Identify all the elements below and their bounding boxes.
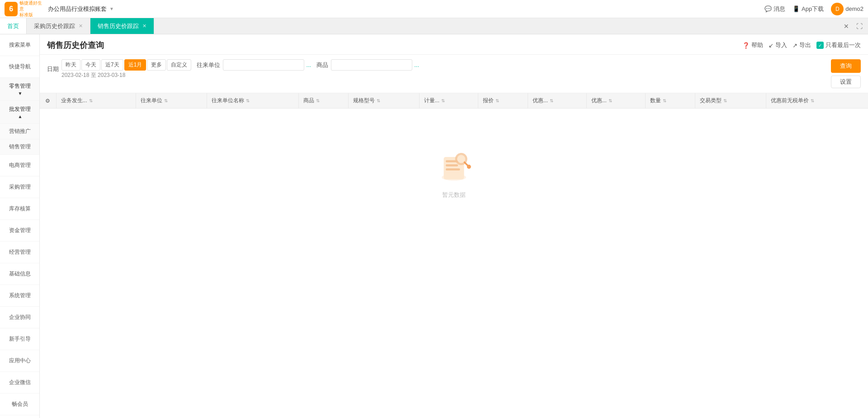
svg-rect-3 — [446, 164, 458, 166]
filter-row: 日期 昨天 今天 近7天 近1月 更多 自定义 2023-02-18 至 202… — [47, 59, 861, 88]
help-icon: ❓ — [742, 42, 750, 49]
chevron-up-icon: ▲ — [18, 114, 23, 119]
sidebar-item-enterprise-collab[interactable]: 企业协同 — [0, 307, 39, 328]
product-filter-group: 商品 ... — [316, 59, 419, 71]
sidebar-item-retail-mgmt[interactable]: 零售管理 ▼ — [0, 78, 39, 101]
date-btn-last7[interactable]: 近7天 — [101, 59, 123, 71]
user-menu[interactable]: D demo2 — [831, 3, 863, 15]
app-download-btn[interactable]: 📱 App下载 — [793, 5, 824, 13]
tab-sales-history-label: 销售历史价跟踪 — [98, 22, 139, 30]
date-btn-last1month[interactable]: 近1月 — [124, 59, 146, 71]
product-input[interactable] — [331, 59, 412, 71]
date-btn-today[interactable]: 今天 — [81, 59, 100, 71]
sidebar-item-ecommerce-mgmt[interactable]: 电商管理 — [0, 155, 39, 176]
product-ellipsis-btn[interactable]: ... — [414, 62, 419, 68]
sidebar-item-new-guide[interactable]: 新手引导 — [0, 328, 39, 350]
sidebar-item-basic-info[interactable]: 基础信息 — [0, 263, 39, 285]
table-col-quote[interactable]: 报价 ⇅ — [478, 93, 528, 109]
sidebar-item-finance-mgmt[interactable]: 资金管理 — [0, 220, 39, 242]
tab-purchase-history[interactable]: 采购历史价跟踪 ✕ — [27, 18, 90, 34]
import-icon: ↙ — [769, 42, 774, 49]
expand-btn[interactable]: ⛶ — [854, 22, 864, 31]
gear-icon[interactable]: ⚙ — [45, 98, 50, 104]
page-actions: ❓ 帮助 ↙ 导入 ↗ 导出 ✓ 只看最后一次 — [742, 41, 861, 49]
sort-icon: ⇅ — [164, 98, 168, 103]
chevron-down-icon: ▼ — [109, 6, 114, 11]
settings-button[interactable]: 设置 — [831, 76, 861, 88]
sidebar-item-system-mgmt[interactable]: 系统管理 — [0, 285, 39, 307]
partner-input-wrap: ... — [223, 59, 311, 71]
tab-sales-history[interactable]: 销售历史价跟踪 ✕ — [90, 18, 154, 34]
table-container: ⚙ 业务发生... ⇅ 往来单位 ⇅ — [40, 93, 868, 418]
table-col-partner-name[interactable]: 往来单位名称 ⇅ — [207, 93, 298, 109]
date-filter-group: 日期 昨天 今天 近7天 近1月 更多 自定义 2023-02-18 至 202… — [47, 59, 191, 79]
table-col-quantity[interactable]: 数量 ⇅ — [645, 93, 695, 109]
table-col-discount1[interactable]: 优惠... ⇅ — [528, 93, 587, 109]
page-header: 销售历史价查询 ❓ 帮助 ↙ 导入 ↗ 导出 ✓ 只看最后一次 — [40, 34, 868, 55]
app-logo-icon: 6 — [5, 2, 18, 16]
partner-ellipsis-btn[interactable]: ... — [306, 62, 311, 68]
sidebar-item-app-center[interactable]: 应用中心 — [0, 350, 39, 372]
table-col-product[interactable]: 商品 ⇅ — [298, 93, 348, 109]
tab-purchase-history-close[interactable]: ✕ — [79, 23, 83, 29]
sort-icon: ⇅ — [441, 98, 445, 103]
table-col-trade-type[interactable]: 交易类型 ⇅ — [695, 93, 766, 109]
table-col-discount2[interactable]: 优惠... ⇅ — [586, 93, 645, 109]
message-btn[interactable]: 💬 消息 — [764, 5, 785, 13]
content-area: 销售历史价查询 ❓ 帮助 ↙ 导入 ↗ 导出 ✓ 只看最后一次 — [40, 34, 868, 418]
partner-input[interactable] — [223, 59, 304, 71]
export-icon: ↗ — [793, 42, 797, 49]
table-col-biz-date[interactable]: 业务发生... ⇅ — [56, 93, 136, 109]
table-col-partner-code[interactable]: 往来单位 ⇅ — [136, 93, 207, 109]
import-btn[interactable]: ↙ 导入 — [769, 41, 787, 49]
sort-icon: ⇅ — [377, 98, 380, 103]
table-col-unit[interactable]: 计量... ⇅ — [420, 93, 478, 109]
sidebar-item-wholesale-mgmt[interactable]: 批发管理 ▲ — [0, 101, 39, 124]
close-all-tabs-btn[interactable]: ✕ — [842, 22, 851, 31]
tab-sales-history-close[interactable]: ✕ — [142, 23, 146, 29]
sort-icon: ⇅ — [609, 98, 612, 103]
sidebar-item-enterprise-wechat[interactable]: 企业微信 — [0, 372, 39, 394]
sidebar-item-quick-nav[interactable]: 快捷导航 — [0, 56, 39, 78]
company-dropdown[interactable]: 办公用品行业模拟账套 ▼ — [44, 3, 118, 15]
sidebar-item-sales-mgmt[interactable]: 销售管理 — [0, 139, 39, 155]
empty-illustration — [434, 145, 474, 185]
tab-home[interactable]: 首页 — [0, 18, 27, 34]
table-col-spec[interactable]: 规格型号 ⇅ — [349, 93, 420, 109]
svg-rect-4 — [446, 168, 460, 171]
filter-area: 日期 昨天 今天 近7天 近1月 更多 自定义 2023-02-18 至 202… — [40, 55, 868, 93]
sidebar-item-membership[interactable]: 畅会员 — [0, 394, 39, 415]
logo-area: 6 畅捷通好生意 标准版 — [5, 0, 44, 18]
date-btn-yesterday[interactable]: 昨天 — [61, 59, 80, 71]
only-last-checkbox-label[interactable]: ✓ 只看最后一次 — [816, 41, 861, 49]
sidebar-item-purchase-mgmt[interactable]: 采购管理 — [0, 176, 39, 198]
date-btn-more[interactable]: 更多 — [147, 59, 166, 71]
page-title: 销售历史价查询 — [47, 40, 104, 51]
download-icon: 📱 — [793, 5, 800, 12]
table-col-pre-tax-price[interactable]: 优惠前无税单价 ⇅ — [766, 93, 868, 109]
product-input-wrap: ... — [331, 59, 419, 71]
sidebar-item-operations-mgmt[interactable]: 经营管理 — [0, 242, 39, 263]
tab-home-label: 首页 — [7, 22, 19, 30]
empty-state: 暂元数据 — [40, 109, 868, 235]
query-button[interactable]: 查询 — [831, 59, 861, 73]
export-btn[interactable]: ↗ 导出 — [793, 41, 811, 49]
filter-action-btns: 查询 设置 — [831, 59, 861, 88]
sidebar-item-marketing[interactable]: 营销推广 — [0, 124, 39, 139]
help-btn[interactable]: ❓ 帮助 — [742, 41, 763, 49]
sidebar-item-search-menu[interactable]: 搜索菜单 — [0, 34, 39, 56]
app-logo-text: 畅捷通好生意 标准版 — [19, 0, 44, 18]
date-filter-label: 日期 — [47, 65, 59, 73]
tab-purchase-history-label: 采购历史价跟踪 — [34, 22, 75, 30]
sidebar-item-inventory-check[interactable]: 库存核算 — [0, 198, 39, 220]
sidebar: 搜索菜单 快捷导航 零售管理 ▼ 批发管理 ▲ 营销推广 销售管理 电商管理 采… — [0, 34, 40, 418]
date-btn-custom[interactable]: 自定义 — [167, 59, 191, 71]
top-header: 6 畅捷通好生意 标准版 办公用品行业模拟账套 ▼ 💬 消息 📱 App下载 D… — [0, 0, 868, 18]
avatar: D — [831, 3, 844, 15]
table-col-gear[interactable]: ⚙ — [40, 93, 56, 109]
tab-bar-right: ✕ ⛶ — [838, 18, 868, 34]
search-menu-label: 搜索菜单 — [9, 41, 31, 49]
product-filter-label: 商品 — [316, 61, 328, 69]
only-last-checkbox[interactable]: ✓ — [816, 42, 824, 49]
quick-nav-label: 快捷导航 — [9, 63, 31, 71]
